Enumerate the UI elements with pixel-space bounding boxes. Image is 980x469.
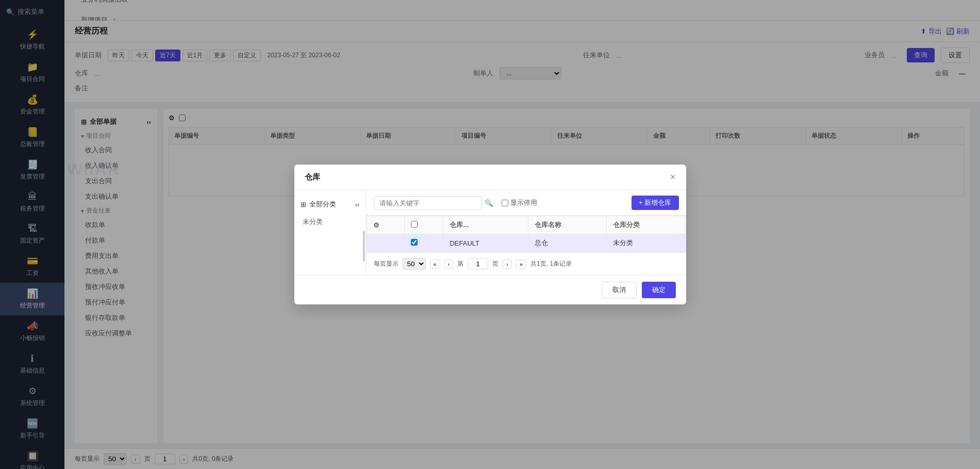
modal-warehouse-table: ⚙ 仓库... 仓库名称 仓库分类 DEFAULT 总仓 未分类 [367,216,686,252]
modal-per-page-select[interactable]: 50 [403,258,426,270]
modal-select-all[interactable] [411,221,418,228]
col-settings: ⚙ [367,216,405,234]
modal-title: 仓库 [305,172,320,182]
modal-search-input[interactable] [374,196,482,210]
modal-header: 仓库 × [294,165,686,190]
modal-last-page[interactable]: » [516,260,526,269]
modal-right-panel: 🔍 显示停用 + 新增仓库 ⚙ 仓库... [367,190,686,275]
modal-all-category[interactable]: ⊞ 全部分类 ‹‹ [294,196,366,213]
col-category[interactable]: 仓库分类 [607,216,686,234]
modal-table-row[interactable]: DEFAULT 总仓 未分类 [367,234,686,252]
modal-prev-page[interactable]: ‹ [444,260,454,269]
modal-first-page[interactable]: « [430,260,440,269]
warehouse-modal: 仓库 × ⊞ 全部分类 ‹‹ 未分类 [294,165,686,304]
modal-body: ⊞ 全部分类 ‹‹ 未分类 🔍 [294,190,686,275]
modal-total: 共1页, 1条记录 [530,260,572,268]
modal-page-suffix: 页 [492,260,499,268]
settings-col-icon[interactable]: ⚙ [373,221,379,229]
row-code: DEFAULT [443,234,528,252]
modal-overlay: 仓库 × ⊞ 全部分类 ‹‹ 未分类 [0,0,980,469]
row-category: 未分类 [607,234,686,252]
add-warehouse-button[interactable]: + 新增仓库 [632,196,678,210]
show-disabled-checkbox[interactable] [502,200,508,206]
modal-search-button[interactable]: 🔍 [485,199,493,207]
collapse2-icon: ‹‹ [355,201,360,208]
cancel-button[interactable]: 取消 [602,282,637,298]
modal-page-input[interactable] [468,258,488,269]
modal-unclassified-item[interactable]: 未分类 [294,213,366,231]
col-checkbox [405,216,443,234]
col-code[interactable]: 仓库... [443,216,528,234]
row-name: 总仓 [528,234,607,252]
col-name[interactable]: 仓库名称 [528,216,607,234]
modal-table-wrap: ⚙ 仓库... 仓库名称 仓库分类 DEFAULT 总仓 未分类 [367,216,686,252]
modal-next-page[interactable]: › [503,260,512,269]
modal-pagination: 每页显示 50 « ‹ 第 页 › » 共1页, 1条记录 [367,252,686,275]
row-settings [367,234,405,252]
modal-page-prefix: 第 [457,260,463,268]
modal-left-panel: ⊞ 全部分类 ‹‹ 未分类 [294,190,367,275]
modal-footer: 取消 确定 [294,275,686,304]
modal-search-wrap: 🔍 [374,196,497,210]
row-checkbox[interactable] [405,234,443,252]
modal-per-page-label: 每页显示 [374,260,398,268]
confirm-button[interactable]: 确定 [642,282,676,298]
modal-close-button[interactable]: × [670,172,676,183]
show-disabled-label[interactable]: 显示停用 [502,198,537,207]
grid2-icon: ⊞ [301,201,306,208]
modal-toolbar: 🔍 显示停用 + 新增仓库 [367,190,686,216]
